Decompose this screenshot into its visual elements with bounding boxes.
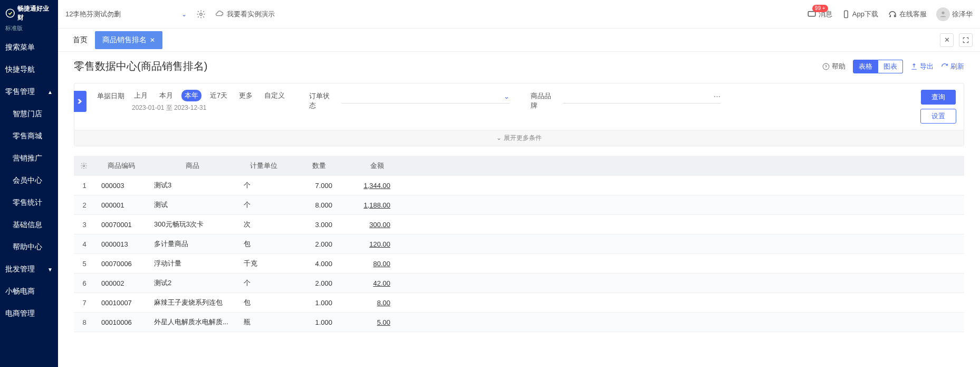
- sidebar-item-smart-store[interactable]: 智慧门店: [0, 103, 58, 125]
- cell-amount[interactable]: 5.00: [348, 313, 406, 332]
- sidebar-item-retail-stats[interactable]: 零售统计: [0, 192, 58, 214]
- query-button[interactable]: 查询: [921, 90, 956, 105]
- expand-more[interactable]: ⌄ 展开更多条件: [74, 130, 964, 146]
- table-row[interactable]: 6000002测试2个2.00042.00: [74, 274, 964, 293]
- cell-amount[interactable]: 120.00: [348, 234, 406, 254]
- user-menu[interactable]: 徐泽华: [936, 7, 973, 21]
- cell-qty: 3.000: [290, 215, 348, 234]
- fullscreen-icon: [962, 36, 969, 44]
- demo-link[interactable]: 我要看实例演示: [215, 10, 275, 19]
- table-row[interactable]: 800010006外星人电解质水电解质...瓶1.0005.00: [74, 313, 964, 332]
- cell-qty: 4.000: [290, 254, 348, 274]
- sidebar-item-retail-mall[interactable]: 零售商城: [0, 125, 58, 147]
- date-label: 单据日期: [97, 90, 124, 101]
- cell-qty: 2.000: [290, 234, 348, 254]
- cell-amount[interactable]: 8.00: [348, 293, 406, 313]
- collapse-handle[interactable]: [74, 91, 87, 112]
- chip-last-month[interactable]: 上月: [131, 90, 151, 101]
- cell-amount[interactable]: 80.00: [348, 254, 406, 274]
- sidebar-item-basic-info[interactable]: 基础信息: [0, 214, 58, 236]
- online-support[interactable]: 在线客服: [888, 10, 927, 19]
- messages-badge: 99 +: [812, 5, 828, 12]
- svg-rect-3: [844, 11, 848, 17]
- brand-input[interactable]: ⋯: [563, 90, 720, 103]
- avatar-icon: [936, 7, 950, 21]
- cloud-icon: [215, 10, 224, 18]
- sidebar-item-member[interactable]: 会员中心: [0, 170, 58, 192]
- export-button[interactable]: 导出: [910, 62, 934, 71]
- cell-amount[interactable]: 1,188.00: [348, 195, 406, 215]
- cell-unit: 个: [237, 176, 290, 195]
- table-row[interactable]: 40000013多计量商品包2.000120.00: [74, 234, 964, 254]
- order-status-select[interactable]: ⌄: [341, 90, 510, 103]
- cell-qty: 2.000: [290, 274, 348, 293]
- toggle-chart[interactable]: 图表: [878, 60, 903, 73]
- cell-code: 00010007: [95, 293, 148, 313]
- fullscreen-button[interactable]: [959, 33, 973, 47]
- org-selector[interactable]: 12李艳芬测试勿删 ⌄: [65, 10, 187, 19]
- sidebar-wholesale[interactable]: 批发管理▼: [0, 258, 58, 280]
- question-icon: [822, 63, 830, 70]
- sidebar-item-marketing[interactable]: 营销推广: [0, 147, 58, 170]
- tab-close-all-button[interactable]: ✕: [940, 33, 954, 47]
- cell-unit: 个: [237, 195, 290, 215]
- cell-product: 多计量商品: [148, 234, 237, 254]
- brand-name: 畅捷通好业财: [17, 4, 53, 22]
- sidebar-ecom2[interactable]: 电商管理: [0, 303, 58, 325]
- sidebar-retail[interactable]: 零售管理▲: [0, 81, 58, 103]
- cell-index: 3: [74, 215, 95, 234]
- sidebar-quicknav[interactable]: 快捷导航: [0, 59, 58, 81]
- sidebar-item-help-center[interactable]: 帮助中心: [0, 236, 58, 258]
- help-link[interactable]: 帮助: [822, 62, 846, 71]
- cell-unit: 瓶: [237, 313, 290, 332]
- table-row[interactable]: 300070001300元畅玩3次卡次3.000300.00: [74, 215, 964, 234]
- date-range: 2023-01-01 至 2023-12-31: [131, 103, 288, 112]
- refresh-button[interactable]: 刷新: [941, 62, 964, 71]
- caret-down-icon: ▼: [47, 267, 53, 272]
- caret-up-icon: ▲: [47, 89, 53, 95]
- logo-icon: [5, 8, 15, 18]
- cell-amount[interactable]: 1,344.00: [348, 176, 406, 195]
- cell-product: 浮动计量: [148, 254, 237, 274]
- cell-product: 测试2: [148, 274, 237, 293]
- toggle-table[interactable]: 表格: [853, 60, 878, 73]
- cell-qty: 7.000: [290, 176, 348, 195]
- table-row[interactable]: 2000001测试个8.0001,188.00: [74, 195, 964, 215]
- chip-custom[interactable]: 自定义: [261, 90, 288, 101]
- cell-amount[interactable]: 300.00: [348, 215, 406, 234]
- cell-code: 000003: [95, 176, 148, 195]
- sidebar-ecom1[interactable]: 小畅电商: [0, 280, 58, 303]
- phone-icon: [842, 10, 850, 19]
- app-download[interactable]: App下载: [842, 10, 878, 19]
- chevron-down-icon: ⌄: [496, 134, 503, 142]
- chip-this-year[interactable]: 本年: [181, 90, 201, 101]
- table-settings-header[interactable]: [74, 156, 95, 176]
- gear-icon[interactable]: [196, 10, 206, 19]
- col-product: 商品: [148, 156, 237, 176]
- messages-button[interactable]: 99 + 消息: [807, 10, 832, 19]
- chip-this-month[interactable]: 本月: [156, 90, 176, 101]
- view-toggle: 表格 图表: [853, 60, 903, 73]
- chevron-right-icon: [77, 98, 83, 105]
- sidebar-search-menu[interactable]: 搜索菜单: [0, 36, 58, 59]
- headset-icon: [888, 10, 897, 19]
- table-row[interactable]: 1000003测试3个7.0001,344.00: [74, 176, 964, 195]
- chip-last7[interactable]: 近7天: [207, 90, 230, 101]
- refresh-icon: [941, 63, 948, 70]
- cell-index: 5: [74, 254, 95, 274]
- cell-unit: 个: [237, 274, 290, 293]
- cell-amount[interactable]: 42.00: [348, 274, 406, 293]
- col-amount: 金额: [348, 156, 406, 176]
- svg-point-0: [6, 9, 15, 17]
- tab-product-sales-rank[interactable]: 商品销售排名 ✕: [95, 31, 162, 49]
- table-row[interactable]: 500070006浮动计量千克4.00080.00: [74, 254, 964, 274]
- cell-product: 测试3: [148, 176, 237, 195]
- chevron-down-icon: ⌄: [181, 11, 187, 18]
- tab-home[interactable]: 首页: [65, 31, 95, 49]
- org-name: 12李艳芬测试勿删: [65, 10, 121, 19]
- cell-product: 300元畅玩3次卡: [148, 215, 237, 234]
- chip-more[interactable]: 更多: [236, 90, 256, 101]
- settings-button[interactable]: 设置: [920, 109, 956, 124]
- table-row[interactable]: 700010007麻辣王子麦烧系列连包包1.0008.00: [74, 293, 964, 313]
- close-icon[interactable]: ✕: [150, 36, 155, 44]
